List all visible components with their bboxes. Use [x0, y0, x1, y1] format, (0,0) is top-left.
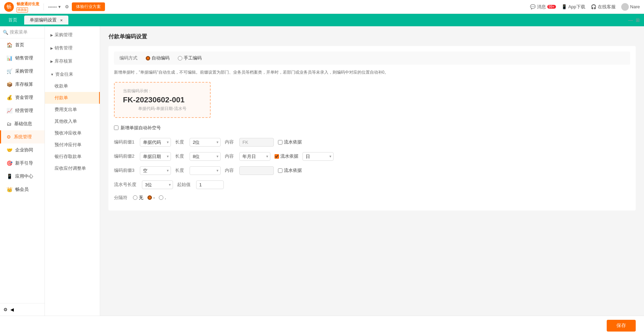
tab-close-icon[interactable]: × [60, 18, 63, 23]
sub-item-ar-adjust[interactable]: 应收应付调整单 [45, 162, 100, 174]
prefix3-content-input [239, 166, 274, 175]
arrow-right-icon-2: ▶ [50, 46, 53, 50]
sidebar-item-enterprise[interactable]: 🤝 企业协同 [0, 143, 45, 157]
sub-group-purchase-title[interactable]: ▶ 采购管理 [45, 29, 100, 41]
prefix1-select[interactable]: 单据代码 部门 业务员 仓库 空 [140, 138, 171, 147]
prefix2-content-select[interactable]: 年月日 年月 年 [239, 152, 270, 161]
workspace-selector[interactable]: ▪▪▪▪▪▪ ▾ [48, 4, 61, 9]
auto-encode-radio[interactable]: 自动编码 [146, 55, 172, 61]
sidebar-item-inventory[interactable]: 📦 库存核算 [0, 78, 45, 91]
prefix3-row: 编码前缀3 空 单据代码 部门 业务员 仓库 长度 内容 [114, 166, 630, 175]
app-logo-icon: 畅 [4, 2, 14, 12]
sub-group-funds: ▼ 资金往来 收款单 付款单 费用支出单 其他收入单 预收冲应收单 预付冲应付单… [45, 68, 100, 174]
sub-item-other-income[interactable]: 其他收入单 [45, 115, 100, 127]
sidebar-item-operations[interactable]: 📈 经营管理 [0, 104, 45, 117]
sidebar-item-basic[interactable]: 🗂 基础信息 [0, 117, 45, 130]
info-text: 新增单据时，"单据编码"自动生成，不可编辑。前缀设置为部门、业务员等档案类，开单… [114, 69, 630, 76]
trial-button[interactable]: 体验行业方案 [72, 2, 105, 11]
serial-length-select[interactable]: 3位 4位 5位 6位 [142, 180, 173, 189]
nav-tabs: 首页 单据编码设置 × — ⊞ [0, 14, 644, 26]
prefix2-content-wrapper: 年月日 年月 年 [239, 152, 270, 161]
manual-encode-radio[interactable]: 手工编码 [178, 55, 204, 61]
sidebar-item-finance[interactable]: 💰 资金管理 [0, 91, 45, 104]
sub-item-prepay-pay[interactable]: 预付冲应付单 [45, 139, 100, 151]
preview-desc: 单据代码-单据日期-流水号 [123, 106, 202, 112]
prefix3-length-wrapper [190, 166, 221, 175]
sub-item-payment[interactable]: 付款单 [45, 92, 100, 104]
system-icon: ⚙ [7, 134, 11, 140]
serial-start-input[interactable] [196, 180, 224, 189]
prefix3-length-select[interactable] [190, 166, 221, 175]
prefix3-serial-check[interactable]: 流水依据 [278, 167, 302, 174]
sidebar-item-purchase[interactable]: 🛒 采购管理 [0, 65, 45, 78]
guide-icon: 🎯 [7, 160, 12, 166]
encode-method-section: 编码方式 自动编码 手工编码 新增单据时，"单据编码"自动生成，不可编辑。前缀设… [108, 46, 636, 211]
message-button[interactable]: 💬 消息 99+ [530, 4, 556, 10]
online-service-button[interactable]: 🎧 在线客服 [591, 4, 616, 10]
bottom-bar: 保存 [0, 316, 644, 335]
sub-group-sales-title[interactable]: ▶ 销售管理 [45, 42, 100, 54]
prefix2-length-select[interactable]: 8位 6位 4位 [190, 152, 221, 161]
prefix2-row: 编码前缀2 单据日期 部门 业务员 仓库 空 长度 8位 6位 4位 [114, 152, 630, 161]
separator-dash-radio[interactable]: - [147, 195, 155, 200]
preview-label: 当前编码示例： [123, 88, 202, 94]
sidebar-item-sales[interactable]: 📊 销售管理 [0, 52, 45, 65]
sidebar-item-home[interactable]: 🏠 首页 [0, 38, 45, 52]
settings-bottom-icon[interactable]: ⚙ [3, 307, 8, 312]
sidebar-item-system[interactable]: ⚙ 系统管理 [0, 130, 45, 143]
preview-code: FK-20230602-001 [123, 95, 202, 104]
sidebar-search[interactable]: 🔍 搜索菜单 [0, 26, 45, 38]
maximize-icon[interactable]: ⊞ [636, 17, 640, 23]
page-title: 付款单编码设置 [108, 33, 636, 40]
prefix3-select[interactable]: 空 单据代码 部门 业务员 仓库 [140, 166, 171, 175]
prefix1-select-wrapper: 单据代码 部门 业务员 仓库 空 [140, 138, 171, 147]
prefix2-serial-unit-wrapper: 日 月 年 [302, 152, 334, 161]
separator-none-radio[interactable]: 无 [133, 195, 143, 201]
tab-encode-settings[interactable]: 单据编码设置 × [24, 16, 68, 25]
sub-item-prepay-receive[interactable]: 预收冲应收单 [45, 127, 100, 139]
serial-length-wrapper: 3位 4位 5位 6位 [142, 180, 173, 189]
apps-icon: 📱 [7, 174, 12, 179]
sub-group-sales: ▶ 销售管理 [45, 42, 100, 54]
user-profile[interactable]: Nare [621, 3, 640, 11]
sub-item-expense[interactable]: 费用支出单 [45, 104, 100, 115]
prefix1-length-select[interactable]: 2位 3位 4位 [190, 138, 221, 147]
sub-sidebar: ▶ 采购管理 ▶ 销售管理 ▶ 库存核算 ▼ 资金往来 收款单 付款单 费用支出… [45, 26, 100, 316]
sidebar-item-guide[interactable]: 🎯 新手引导 [0, 157, 45, 170]
sidebar-item-vip[interactable]: 👑 畅会员 [0, 183, 45, 196]
tab-home[interactable]: 首页 [3, 16, 23, 25]
sales-icon: 📊 [7, 55, 12, 61]
settings-icon[interactable]: ⚙ [65, 4, 69, 9]
message-icon: 💬 [530, 4, 536, 9]
save-button[interactable]: 保存 [607, 320, 636, 332]
auto-fill-checkbox[interactable] [114, 125, 118, 130]
divider [44, 3, 44, 10]
sidebar-item-apps[interactable]: 📱 应用中心 [0, 170, 45, 183]
separator-dot-radio[interactable]: . [159, 195, 166, 200]
prefix2-serial-unit-select[interactable]: 日 月 年 [302, 152, 334, 161]
encode-method-row: 编码方式 自动编码 手工编码 [114, 52, 630, 65]
content-area: 付款单编码设置 编码方式 自动编码 手工编码 新增单据时，"单据编码"自动生成，… [100, 26, 644, 316]
minimize-icon[interactable]: — [628, 17, 633, 23]
app-download-button[interactable]: 📱 App下载 [561, 4, 585, 10]
download-icon: 📱 [561, 4, 567, 9]
purchase-icon: 🛒 [7, 68, 12, 74]
sub-item-receipt[interactable]: 收款单 [45, 80, 100, 92]
main-layout: 🔍 搜索菜单 🏠 首页 📊 销售管理 🛒 采购管理 📦 库存核算 💰 资金管理 … [0, 26, 644, 316]
prefix2-serial-check[interactable]: 流水依据 [275, 153, 298, 159]
basic-icon: 🗂 [7, 121, 11, 127]
sub-group-funds-title[interactable]: ▼ 资金往来 [45, 68, 100, 80]
arrow-down-icon: ▼ [50, 73, 54, 76]
vip-icon: 👑 [7, 187, 12, 192]
sub-group-inventory-title[interactable]: ▶ 库存核算 [45, 55, 100, 67]
avatar [621, 3, 629, 11]
sub-item-bank-deposit[interactable]: 银行存取款单 [45, 151, 100, 162]
collapse-icon[interactable]: ◀ [10, 307, 14, 312]
home-icon: 🏠 [7, 42, 12, 48]
finance-icon: 💰 [7, 95, 12, 100]
prefix1-serial-check[interactable]: 流水依据 [278, 139, 302, 145]
prefix3-select-wrapper: 空 单据代码 部门 业务员 仓库 [140, 166, 171, 175]
sidebar-bottom: ⚙ ◀ [0, 303, 45, 316]
prefix2-select[interactable]: 单据日期 部门 业务员 仓库 空 [140, 152, 171, 161]
arrow-right-icon-3: ▶ [50, 59, 53, 63]
